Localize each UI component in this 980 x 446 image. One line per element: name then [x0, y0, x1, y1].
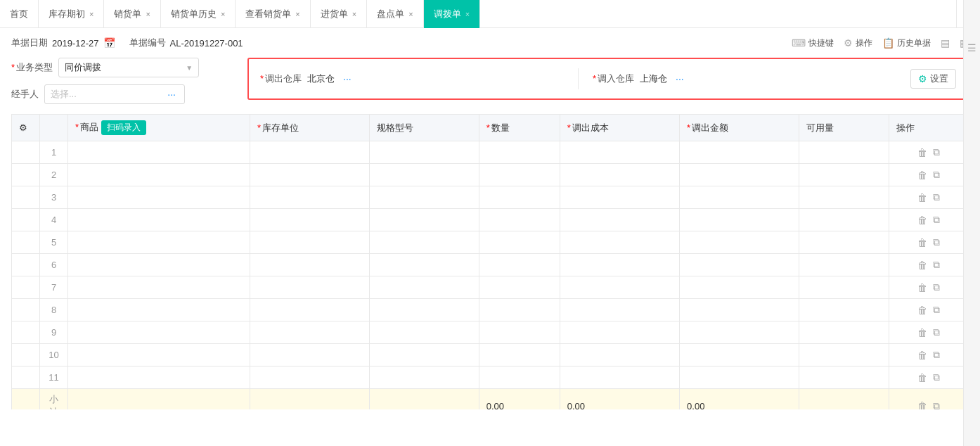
row-available-cell[interactable] [799, 299, 889, 321]
row-cost-cell[interactable] [560, 186, 679, 209]
row-spec-cell[interactable] [370, 141, 479, 164]
scan-entry-button[interactable]: 扫码录入 [101, 120, 146, 135]
row-amount-cell[interactable] [680, 344, 799, 367]
tab-transfer-close[interactable]: × [465, 10, 470, 18]
copy-icon[interactable]: ⧉ [933, 371, 940, 383]
row-qty-cell[interactable] [479, 299, 560, 321]
settings-btn[interactable]: ⚙ 设置 [910, 69, 956, 89]
row-cost-cell[interactable] [560, 299, 679, 321]
row-amount-cell[interactable] [680, 141, 799, 164]
row-spec-cell[interactable] [370, 209, 479, 231]
subtotal-delete-icon[interactable]: 🗑 [917, 400, 927, 409]
row-amount-cell[interactable] [680, 276, 799, 299]
row-unit-cell[interactable] [250, 344, 369, 367]
row-cost-cell[interactable] [560, 321, 679, 344]
row-available-cell[interactable] [799, 367, 889, 389]
tab-view-sales-close[interactable]: × [295, 10, 299, 18]
copy-icon[interactable]: ⧉ [933, 349, 940, 361]
row-available-cell[interactable] [799, 254, 889, 276]
tab-stocktake[interactable]: 盘点单 × [367, 0, 423, 28]
subtotal-copy-icon[interactable]: ⧉ [933, 400, 940, 410]
row-spec-cell[interactable] [370, 299, 479, 321]
delete-icon[interactable]: 🗑 [917, 327, 927, 338]
row-qty-cell[interactable] [479, 367, 560, 389]
row-available-cell[interactable] [799, 186, 889, 209]
tab-view-sales[interactable]: 查看销货单 × [236, 0, 310, 28]
delete-icon[interactable]: 🗑 [917, 260, 927, 271]
row-spec-cell[interactable] [370, 344, 479, 367]
warehouse-out-dots[interactable]: ··· [340, 73, 354, 84]
tab-sales-history[interactable]: 销货单历史 × [161, 0, 236, 28]
tab-sales-order-close[interactable]: × [146, 10, 150, 18]
copy-icon[interactable]: ⧉ [933, 236, 940, 248]
row-cost-cell[interactable] [560, 367, 679, 389]
copy-icon[interactable]: ⧉ [933, 326, 940, 338]
th-gear[interactable]: ⚙ [12, 115, 40, 141]
row-spec-cell[interactable] [370, 254, 479, 276]
copy-icon[interactable]: ⧉ [933, 191, 940, 203]
tab-sales-history-close[interactable]: × [221, 10, 225, 18]
copy-icon[interactable]: ⧉ [933, 169, 940, 181]
row-qty-cell[interactable] [479, 141, 560, 164]
delete-icon[interactable]: 🗑 [917, 372, 927, 383]
row-spec-cell[interactable] [370, 367, 479, 389]
row-qty-cell[interactable] [479, 276, 560, 299]
row-qty-cell[interactable] [479, 186, 560, 209]
row-available-cell[interactable] [799, 231, 889, 254]
delete-icon[interactable]: 🗑 [917, 170, 927, 181]
copy-icon[interactable]: ⧉ [933, 214, 940, 226]
row-unit-cell[interactable] [250, 209, 369, 231]
row-spec-cell[interactable] [370, 164, 479, 186]
row-product-cell[interactable] [68, 164, 250, 186]
delete-icon[interactable]: 🗑 [917, 147, 927, 158]
copy-icon[interactable]: ⧉ [933, 281, 940, 293]
warehouse-in-dots[interactable]: ··· [673, 73, 687, 84]
row-cost-cell[interactable] [560, 141, 679, 164]
shortcuts-btn[interactable]: ⌨ 快捷键 [792, 37, 834, 49]
row-unit-cell[interactable] [250, 367, 369, 389]
row-product-cell[interactable] [68, 254, 250, 276]
row-spec-cell[interactable] [370, 186, 479, 209]
row-qty-cell[interactable] [479, 231, 560, 254]
row-spec-cell[interactable] [370, 276, 479, 299]
tab-purchase-close[interactable]: × [352, 10, 356, 18]
row-amount-cell[interactable] [680, 299, 799, 321]
calendar-icon[interactable]: 📅 [103, 37, 115, 49]
delete-icon[interactable]: 🗑 [917, 305, 927, 316]
row-product-cell[interactable] [68, 299, 250, 321]
row-unit-cell[interactable] [250, 299, 369, 321]
operator-select[interactable]: 选择... ··· [44, 84, 185, 104]
tab-home[interactable]: 首页 [0, 0, 39, 28]
tab-inventory-init-close[interactable]: × [89, 10, 94, 18]
row-available-cell[interactable] [799, 321, 889, 344]
tab-transfer[interactable]: 调拨单 × [424, 0, 480, 28]
tab-inventory-init[interactable]: 库存期初 × [39, 0, 104, 28]
row-qty-cell[interactable] [479, 344, 560, 367]
copy-icon[interactable]: ⧉ [933, 304, 940, 316]
row-qty-cell[interactable] [479, 321, 560, 344]
row-cost-cell[interactable] [560, 164, 679, 186]
row-cost-cell[interactable] [560, 231, 679, 254]
row-available-cell[interactable] [799, 209, 889, 231]
row-spec-cell[interactable] [370, 321, 479, 344]
row-product-cell[interactable] [68, 321, 250, 344]
row-available-cell[interactable] [799, 141, 889, 164]
row-unit-cell[interactable] [250, 164, 369, 186]
copy-icon[interactable]: ⧉ [933, 259, 940, 271]
row-unit-cell[interactable] [250, 254, 369, 276]
row-amount-cell[interactable] [680, 254, 799, 276]
business-type-select[interactable]: 同价调拨 ▼ [58, 58, 199, 77]
delete-icon[interactable]: 🗑 [917, 192, 927, 203]
row-product-cell[interactable] [68, 186, 250, 209]
tab-purchase[interactable]: 进货单 × [311, 0, 367, 28]
row-unit-cell[interactable] [250, 141, 369, 164]
row-qty-cell[interactable] [479, 209, 560, 231]
delete-icon[interactable]: 🗑 [917, 237, 927, 248]
row-unit-cell[interactable] [250, 276, 369, 299]
sidebar-list-icon[interactable]: ☰ [967, 42, 976, 53]
row-qty-cell[interactable] [479, 254, 560, 276]
operator-dots[interactable]: ··· [165, 89, 179, 100]
tab-sales-order[interactable]: 销货单 × [104, 0, 160, 28]
row-spec-cell[interactable] [370, 231, 479, 254]
row-amount-cell[interactable] [680, 164, 799, 186]
